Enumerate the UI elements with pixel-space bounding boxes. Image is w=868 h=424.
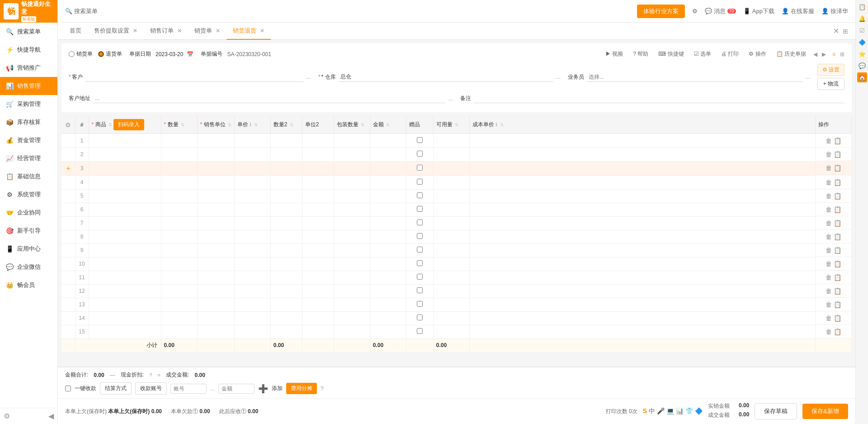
search-menu[interactable]: 🔍 搜索菜单 [65, 7, 98, 15]
cell-amount-3[interactable] [370, 161, 406, 176]
next-icon[interactable]: ▶ [822, 51, 826, 57]
add-payment-icon[interactable]: ➕ [258, 384, 268, 394]
available-sort-icon[interactable]: ⇅ [455, 122, 458, 127]
delete-icon-2[interactable]: 🗑 [826, 151, 832, 158]
sidebar-item-shortcut[interactable]: ⚡ 快捷导航 [0, 41, 57, 59]
cell-price-3[interactable] [234, 161, 270, 176]
online-service-item[interactable]: 👤 在线客服 [782, 7, 814, 15]
view-list-icon[interactable]: ≡ [832, 51, 835, 57]
tab-sales-order[interactable]: 销售订单 ✕ [144, 23, 188, 40]
sidebar-item-newbie[interactable]: 🎯 新手引导 [0, 222, 57, 240]
save-draft-button[interactable]: 保存草稿 [755, 403, 797, 419]
cell-available-3[interactable] [433, 161, 469, 176]
amount-input[interactable] [218, 384, 255, 394]
qty-sort-icon[interactable]: ⇅ [181, 122, 184, 127]
operation-btn[interactable]: ⚙ 操作 [746, 49, 769, 59]
one-click-payment-checkbox[interactable] [65, 386, 71, 391]
calendar-icon[interactable]: 📅 [187, 51, 193, 57]
tab-sales-order-close[interactable]: ✕ [177, 28, 182, 34]
cell-cost-3[interactable] [469, 161, 815, 176]
sidebar-item-search[interactable]: 🔍 搜索菜单 [0, 23, 57, 41]
prev-icon[interactable]: ◀ [813, 51, 817, 57]
save-new-button[interactable]: 保存&新增 [802, 404, 848, 419]
cell-qty-2[interactable] [161, 148, 197, 161]
copy-icon-2[interactable]: 📋 [834, 151, 841, 158]
amount-sort-icon[interactable]: ⇅ [386, 122, 390, 127]
staff-dots[interactable]: ... [806, 74, 810, 80]
sidebar-item-marketing[interactable]: 📢 营销推广 [0, 59, 57, 77]
table-gear-icon[interactable]: ⚙ [65, 121, 71, 129]
right-panel-chat-icon[interactable]: 💬 [857, 61, 867, 71]
staff-input[interactable] [587, 72, 803, 82]
gift-checkbox-10[interactable] [417, 260, 423, 266]
copy-icon-5[interactable]: 📋 [834, 192, 841, 200]
radio-sale[interactable] [69, 51, 75, 57]
address-input[interactable] [93, 94, 446, 103]
setting-button[interactable]: ⚙ 设置 [817, 64, 844, 76]
remark-input[interactable] [474, 94, 844, 103]
price-sort-icon[interactable]: ⇅ [254, 122, 258, 127]
cell-amount-2[interactable] [370, 148, 406, 161]
sale-unit-sort-icon[interactable]: ⇅ [228, 122, 231, 127]
cell-product-2[interactable] [89, 148, 161, 161]
cell-price-2[interactable] [234, 148, 270, 161]
tool-icon-1[interactable]: 中 [649, 407, 655, 415]
cell-qty2-2[interactable] [270, 148, 302, 161]
history-btn[interactable]: 📋 历史单据 [774, 49, 809, 59]
copy-icon-13[interactable]: 📋 [834, 301, 841, 308]
pack-qty-sort-icon[interactable]: ⇅ [361, 122, 364, 127]
help-btn[interactable]: ? 帮助 [630, 49, 651, 59]
cell-qty2-3[interactable] [270, 161, 302, 176]
right-panel-home-icon[interactable]: 🏠 [857, 72, 867, 82]
cell-unit-1[interactable] [197, 134, 234, 148]
gift-checkbox-12[interactable] [417, 287, 423, 293]
cell-unit2-1[interactable] [302, 134, 334, 148]
calc-method-button[interactable]: 结算方式 [100, 382, 132, 395]
copy-icon-8[interactable]: 📋 [834, 233, 841, 240]
video-btn[interactable]: ▶ 视频 [603, 49, 626, 59]
gift-checkbox-1[interactable] [417, 137, 423, 143]
delete-icon-9[interactable]: 🗑 [826, 247, 832, 254]
message-item[interactable]: 💬 消息 70 [705, 7, 736, 15]
cell-qty2-1[interactable] [270, 134, 302, 148]
collapse-icon[interactable]: ◀ [48, 412, 54, 420]
app-download-item[interactable]: 📱 App下载 [743, 7, 774, 15]
view-grid-icon[interactable]: ⊞ [840, 51, 844, 57]
copy-icon-12[interactable]: 📋 [834, 287, 841, 295]
tool-icon-6[interactable]: 🔷 [695, 407, 703, 415]
delete-icon-13[interactable]: 🗑 [826, 301, 832, 308]
cost-info-icon[interactable]: ℹ [495, 122, 497, 127]
cell-qty-1[interactable] [161, 134, 197, 148]
copy-icon-11[interactable]: 📋 [834, 274, 841, 281]
tab-sales-delivery-close[interactable]: ✕ [216, 28, 220, 34]
sidebar-item-sales[interactable]: 📊 销售管理 [0, 77, 57, 95]
right-panel-star-icon[interactable]: ⭐ [857, 49, 867, 59]
add-row-icon[interactable]: ＋ [65, 164, 72, 172]
tab-price-setting[interactable]: 售价提取设置 ✕ [88, 23, 144, 40]
cell-available-2[interactable] [433, 148, 469, 161]
sidebar-item-enterprise[interactable]: 🤝 企业协同 [0, 204, 57, 222]
cell-unit-2[interactable] [197, 148, 234, 161]
delete-icon-6[interactable]: 🗑 [826, 206, 832, 213]
delete-icon-14[interactable]: 🗑 [826, 314, 832, 322]
cell-gift-2[interactable] [406, 148, 433, 161]
copy-icon-10[interactable]: 📋 [834, 260, 841, 267]
tab-price-setting-close[interactable]: ✕ [133, 28, 137, 34]
tab-home[interactable]: 首页 [63, 23, 88, 40]
right-panel-note-icon[interactable]: 📋 [857, 2, 867, 12]
gift-checkbox-15[interactable] [417, 328, 423, 334]
cell-gift-3[interactable] [406, 161, 433, 176]
gift-checkbox-14[interactable] [417, 314, 423, 320]
right-panel-check-icon[interactable]: ☑ [857, 25, 867, 35]
product-sort-icon[interactable]: ⇅ [108, 122, 112, 127]
cost-sort-icon[interactable]: ⇅ [500, 122, 504, 127]
delete-icon-11[interactable]: 🗑 [826, 274, 832, 281]
customer-dots[interactable]: ... [307, 74, 311, 80]
gift-checkbox-4[interactable] [417, 179, 423, 185]
select-btn[interactable]: ☑ 选单 [691, 49, 714, 59]
user-item[interactable]: 👤 徐泽华 [821, 7, 848, 15]
cell-pack-1[interactable] [334, 134, 370, 148]
account-input[interactable] [170, 384, 207, 394]
tab-bar-close[interactable]: ✕ [831, 27, 841, 35]
tool-icon-2[interactable]: 🎤 [657, 407, 665, 415]
